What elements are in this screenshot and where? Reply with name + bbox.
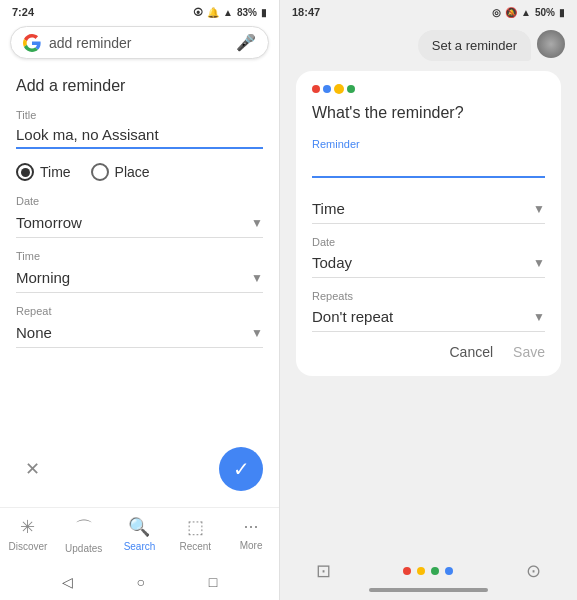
assistant-time-dropdown[interactable]: Time ▼ — [312, 196, 545, 224]
assistant-repeats-value: Don't repeat — [312, 308, 393, 325]
time-value: Morning — [16, 269, 70, 286]
chat-area: Set a reminder What's the reminder? Remi… — [280, 22, 577, 550]
recents-button[interactable]: □ — [209, 574, 217, 590]
dot-3 — [431, 567, 439, 575]
assistant-repeats-arrow-icon: ▼ — [533, 310, 545, 324]
assistant-actions: Cancel Save — [312, 344, 545, 360]
date-field: Date Tomorrow ▼ — [16, 195, 263, 238]
nav-label-more: More — [240, 540, 263, 551]
assistant-date-field: Date Today ▼ — [312, 236, 545, 278]
date-arrow-icon: ▼ — [251, 216, 263, 230]
android-nav: ◁ ○ □ — [0, 564, 279, 600]
assistant-card: What's the reminder? Reminder Time ▼ Dat… — [296, 71, 561, 376]
assistant-repeats-field: Repeats Don't repeat ▼ — [312, 290, 545, 332]
repeat-label: Repeat — [16, 305, 263, 317]
battery-icon: ▮ — [261, 7, 267, 18]
bell-icon: 🔔 — [207, 7, 219, 18]
close-button[interactable]: ✕ — [16, 453, 48, 485]
location-icon: ◎ — [492, 7, 501, 18]
reminder-input[interactable] — [312, 153, 545, 178]
bottom-nav: ✳ Discover ⌒ Updates 🔍 Search ⬚ Recent ·… — [0, 507, 279, 564]
back-button[interactable]: ◁ — [62, 574, 73, 590]
user-message-text: Set a reminder — [418, 30, 531, 61]
pagination-dots — [403, 567, 453, 575]
nav-item-recent[interactable]: ⬚ Recent — [167, 516, 223, 554]
time-arrow-icon: ▼ — [251, 271, 263, 285]
dot-green — [347, 85, 355, 93]
right-home-indicator — [369, 588, 488, 592]
assistant-question: What's the reminder? — [312, 104, 545, 122]
assistant-time-field: Time ▼ — [312, 196, 545, 224]
radio-time[interactable]: Time — [16, 163, 71, 181]
search-input-display: add reminder — [49, 35, 236, 51]
search-bar[interactable]: add reminder 🎤 — [10, 26, 269, 59]
home-button[interactable]: ○ — [137, 574, 145, 590]
nav-label-updates: Updates — [65, 543, 102, 554]
left-panel: 7:24 ⦿ 🔔 ▲ 83% ▮ add reminder 🎤 Add a re… — [0, 0, 280, 600]
search-nav-icon: 🔍 — [128, 516, 150, 538]
inbox-icon: ⊡ — [316, 560, 331, 582]
confirm-button[interactable]: ✓ — [219, 447, 263, 491]
google-dots — [312, 85, 355, 94]
avatar — [537, 30, 565, 58]
repeat-value: None — [16, 324, 52, 341]
assistant-date-value: Today — [312, 254, 352, 271]
right-time: 18:47 — [292, 6, 320, 18]
dot-2 — [417, 567, 425, 575]
form-heading: Add a reminder — [16, 77, 263, 95]
dot-red — [312, 85, 320, 93]
radio-place-outer — [91, 163, 109, 181]
repeat-field: Repeat None ▼ — [16, 305, 263, 348]
right-battery-text: 50% — [535, 7, 555, 18]
time-field: Time Morning ▼ — [16, 250, 263, 293]
battery-text: 83% — [237, 7, 257, 18]
more-icon: ··· — [244, 516, 259, 537]
cancel-button[interactable]: Cancel — [449, 344, 493, 360]
right-panel: 18:47 ◎ 🔕 ▲ 50% ▮ Set a reminder — [280, 0, 577, 600]
discover-icon: ✳ — [20, 516, 35, 538]
assistant-time-value: Time — [312, 200, 345, 217]
date-label: Date — [16, 195, 263, 207]
repeat-arrow-icon: ▼ — [251, 326, 263, 340]
assistant-repeats-dropdown[interactable]: Don't repeat ▼ — [312, 304, 545, 332]
left-time: 7:24 — [12, 6, 34, 18]
nav-item-discover[interactable]: ✳ Discover — [0, 516, 56, 554]
reminder-input-label: Reminder — [312, 138, 545, 150]
dot-yellow — [334, 84, 344, 94]
nav-item-more[interactable]: ··· More — [223, 516, 279, 554]
user-message-bubble: Set a reminder — [292, 30, 565, 61]
dot-1 — [403, 567, 411, 575]
reminder-form: Add a reminder Title Time Place Date Tom… — [0, 67, 279, 437]
assistant-date-label: Date — [312, 236, 545, 248]
mic-icon[interactable]: 🎤 — [236, 33, 256, 52]
dot-blue — [323, 85, 331, 93]
right-status-icons: ◎ 🔕 ▲ 50% ▮ — [492, 7, 565, 18]
nav-label-recent: Recent — [179, 541, 211, 552]
time-label: Time — [16, 250, 263, 262]
mute-icon: 🔕 — [505, 7, 517, 18]
wifi-icon-right: ▲ — [521, 7, 531, 18]
right-status-bar: 18:47 ◎ 🔕 ▲ 50% ▮ — [280, 0, 577, 22]
assistant-repeats-label: Repeats — [312, 290, 545, 302]
assistant-date-arrow-icon: ▼ — [533, 256, 545, 270]
radio-time-label: Time — [40, 164, 71, 180]
left-status-bar: 7:24 ⦿ 🔔 ▲ 83% ▮ — [0, 0, 279, 22]
save-button[interactable]: Save — [513, 344, 545, 360]
title-input[interactable] — [16, 124, 263, 149]
right-bottom: ⊡ ⊙ — [280, 550, 577, 588]
dot-4 — [445, 567, 453, 575]
recent-icon: ⬚ — [187, 516, 204, 538]
wifi-icon: ▲ — [223, 7, 233, 18]
date-dropdown[interactable]: Tomorrow ▼ — [16, 210, 263, 238]
nav-item-updates[interactable]: ⌒ Updates — [56, 516, 112, 554]
time-dropdown[interactable]: Morning ▼ — [16, 265, 263, 293]
signal-icon: ⦿ — [193, 7, 203, 18]
left-status-icons: ⦿ 🔔 ▲ 83% ▮ — [193, 7, 267, 18]
nav-item-search[interactable]: 🔍 Search — [112, 516, 168, 554]
repeat-dropdown[interactable]: None ▼ — [16, 320, 263, 348]
radio-place[interactable]: Place — [91, 163, 150, 181]
radio-group: Time Place — [16, 163, 263, 181]
assistant-date-dropdown[interactable]: Today ▼ — [312, 250, 545, 278]
radio-time-outer — [16, 163, 34, 181]
right-battery-icon: ▮ — [559, 7, 565, 18]
